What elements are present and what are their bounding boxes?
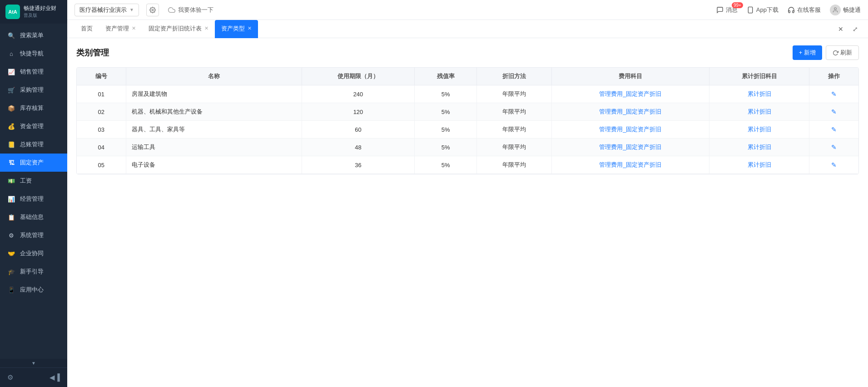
sidebar-item-apps[interactable]: 📱 应用中心 <box>0 281 67 299</box>
online-service-button[interactable]: 在线客服 <box>788 6 821 14</box>
tab-home[interactable]: 首页 <box>74 20 99 38</box>
page-header: 类别管理 + 新增 刷新 <box>76 45 859 60</box>
topbar-right: 消息 99+ App下载 在线客服 畅捷通 <box>716 5 861 15</box>
messages-button[interactable]: 消息 99+ <box>716 6 738 14</box>
tab-assets-management[interactable]: 资产管理 ✕ <box>99 20 142 38</box>
cell-code: 03 <box>77 121 126 139</box>
tab-depreciation-report-close[interactable]: ✕ <box>204 25 208 31</box>
home-icon: ⌂ <box>7 50 15 58</box>
sidebar-item-quicknav[interactable]: ⌂ 快捷导航 <box>0 45 67 63</box>
sidebar-item-purchase[interactable]: 🛒 采购管理 <box>0 81 67 99</box>
sidebar-item-label-salary: 工资 <box>20 177 32 185</box>
sidebar-item-system[interactable]: ⚙ 系统管理 <box>0 226 67 244</box>
cell-name: 机器、机械和其他生产设备 <box>126 103 302 121</box>
cell-accum-account[interactable]: 累计折旧 <box>709 121 809 139</box>
table-body: 01 房屋及建筑物 240 5% 年限平均 管理费用_固定资产折旧 累计折旧 ✎… <box>77 85 858 174</box>
sales-icon: 📈 <box>7 68 15 76</box>
cell-action: ✎ <box>809 156 858 174</box>
sidebar-item-label-ledger: 总账管理 <box>20 140 44 149</box>
funds-icon: 💰 <box>7 122 15 130</box>
cell-cost-account[interactable]: 管理费用_固定资产折旧 <box>551 139 709 156</box>
user-button[interactable]: 畅捷通 <box>830 5 861 15</box>
category-table: 编号 名称 使用期限（月） 残值率 折旧方法 费用科目 累计折旧科目 操作 01… <box>77 68 858 174</box>
cell-accum-account[interactable]: 累计折旧 <box>709 85 809 103</box>
table-row: 02 机器、机械和其他生产设备 120 5% 年限平均 管理费用_固定资产折旧 … <box>77 103 858 121</box>
tab-asset-type-close[interactable]: ✕ <box>248 25 252 31</box>
topbar: 医疗器械行业演示 ▼ 我要体验一下 消息 99+ App下载 在线客 <box>67 0 868 20</box>
settings-icon[interactable]: ⚙ <box>7 373 13 382</box>
sidebar-item-inventory[interactable]: 📦 库存核算 <box>0 99 67 117</box>
col-cost-account: 费用科目 <box>551 68 709 85</box>
cell-action: ✎ <box>809 121 858 139</box>
sidebar-item-cooperation[interactable]: 🤝 企业协同 <box>0 244 67 263</box>
cell-method: 年限平均 <box>477 103 552 121</box>
app-version: 普及版 <box>24 12 56 19</box>
close-tab-button[interactable]: ✕ <box>835 24 846 35</box>
sidebar-item-guide[interactable]: 🎓 新手引导 <box>0 263 67 281</box>
table-row: 03 器具、工具、家具等 60 5% 年限平均 管理费用_固定资产折旧 累计折旧… <box>77 121 858 139</box>
sidebar-item-label-funds: 资金管理 <box>20 122 44 130</box>
cell-cost-account[interactable]: 管理费用_固定资产折旧 <box>551 85 709 103</box>
sidebar-item-basic[interactable]: 📋 基础信息 <box>0 208 67 226</box>
sidebar-footer: ⚙ ◀▐ <box>0 367 67 387</box>
sidebar-item-salary[interactable]: 💵 工资 <box>0 172 67 190</box>
search-icon: 🔍 <box>7 31 15 40</box>
svg-rect-1 <box>748 7 752 13</box>
edit-button[interactable]: ✎ <box>831 161 837 169</box>
sidebar-item-label-fixed: 固定资产 <box>20 159 44 167</box>
cell-accum-account[interactable]: 累计折旧 <box>709 103 809 121</box>
tab-assets-management-label: 资产管理 <box>105 25 129 33</box>
sidebar-item-fixed[interactable]: 🏗 固定资产 <box>0 154 67 172</box>
selector-arrow-icon: ▼ <box>129 7 134 12</box>
edit-button[interactable]: ✎ <box>831 90 837 98</box>
cell-accum-account[interactable]: 累计折旧 <box>709 156 809 174</box>
sidebar-item-funds[interactable]: 💰 资金管理 <box>0 117 67 135</box>
expand-tab-button[interactable]: ⤢ <box>850 24 861 35</box>
sidebar-item-label-cooperation: 企业协同 <box>20 249 44 258</box>
tab-assets-management-close[interactable]: ✕ <box>132 25 136 31</box>
tab-depreciation-report-label: 固定资产折旧统计表 <box>149 25 202 33</box>
col-name: 名称 <box>126 68 302 85</box>
tab-depreciation-report[interactable]: 固定资产折旧统计表 ✕ <box>142 20 215 38</box>
sidebar-item-sales[interactable]: 📈 销售管理 <box>0 63 67 81</box>
sidebar-item-operation[interactable]: 📊 经营管理 <box>0 190 67 208</box>
cell-cost-account[interactable]: 管理费用_固定资产折旧 <box>551 156 709 174</box>
refresh-button[interactable]: 刷新 <box>826 45 859 60</box>
edit-button[interactable]: ✎ <box>831 144 837 151</box>
sidebar-item-search[interactable]: 🔍 搜索菜单 <box>0 26 67 45</box>
edit-button[interactable]: ✎ <box>831 126 837 133</box>
messages-badge: 99+ <box>732 2 743 8</box>
cell-action: ✎ <box>809 85 858 103</box>
cell-months: 48 <box>302 139 414 156</box>
cell-code: 02 <box>77 103 126 121</box>
cell-cost-account[interactable]: 管理费用_固定资产折旧 <box>551 121 709 139</box>
company-selector[interactable]: 医疗器械行业演示 ▼ <box>74 4 139 16</box>
purchase-icon: 🛒 <box>7 86 15 94</box>
sidebar-item-label-inventory: 库存核算 <box>20 104 44 112</box>
avatar <box>830 5 841 15</box>
cell-action: ✎ <box>809 103 858 121</box>
gear-icon <box>149 7 156 13</box>
company-name: 医疗器械行业演示 <box>79 6 127 14</box>
guide-icon: 🎓 <box>7 268 15 276</box>
user-label: 畅捷通 <box>843 6 861 14</box>
svg-point-3 <box>834 7 837 10</box>
cloud-icon <box>168 6 175 14</box>
message-icon <box>716 6 724 14</box>
collapse-icon[interactable]: ◀▐ <box>50 373 60 382</box>
operation-icon: 📊 <box>7 195 15 203</box>
col-accum-account: 累计折旧科目 <box>709 68 809 85</box>
app-download-button[interactable]: App下载 <box>747 6 779 14</box>
cell-accum-account[interactable]: 累计折旧 <box>709 139 809 156</box>
tab-asset-type[interactable]: 资产类型 ✕ <box>215 20 258 38</box>
edit-button[interactable]: ✎ <box>831 108 837 115</box>
trial-button[interactable]: 我要体验一下 <box>168 6 213 14</box>
new-button[interactable]: + 新增 <box>793 45 822 60</box>
sidebar-item-ledger[interactable]: 📒 总账管理 <box>0 135 67 154</box>
settings-button[interactable] <box>146 4 159 16</box>
apps-icon: 📱 <box>7 286 15 294</box>
col-action: 操作 <box>809 68 858 85</box>
sidebar-item-label-guide: 新手引导 <box>20 268 44 276</box>
cell-cost-account[interactable]: 管理费用_固定资产折旧 <box>551 103 709 121</box>
user-icon <box>832 7 838 13</box>
